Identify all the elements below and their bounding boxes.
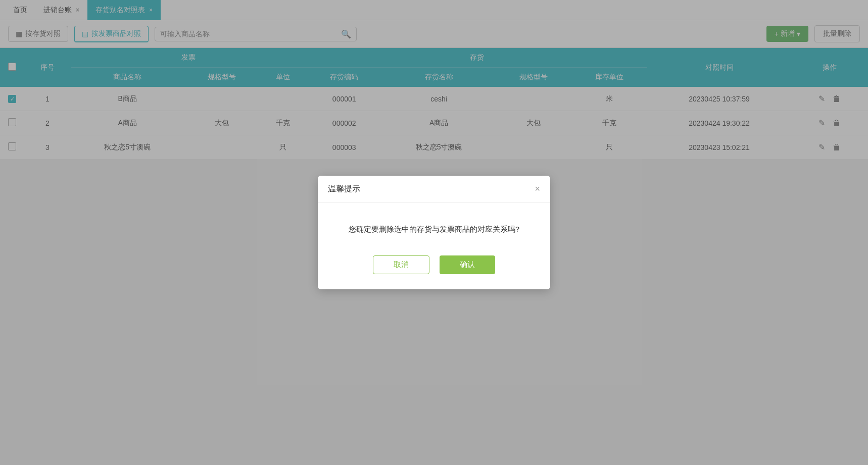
modal-overlay: 温馨提示 × 您确定要删除选中的存货与发票商品的对应关系吗? 取消 确认 [0, 0, 868, 160]
